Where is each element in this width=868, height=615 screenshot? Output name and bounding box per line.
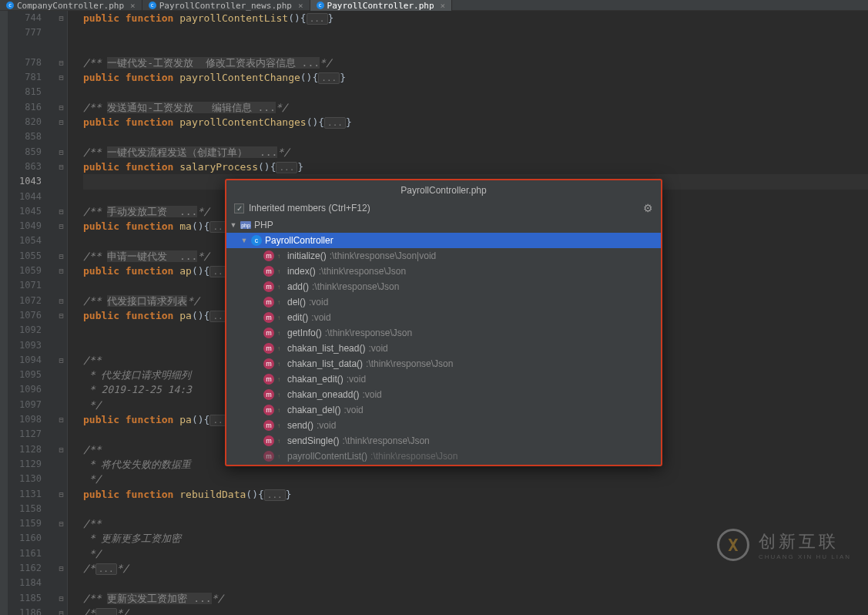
code-line[interactable]: /** 更新实发工资加密 ...*/ bbox=[83, 591, 868, 606]
method-icon: m bbox=[263, 328, 274, 338]
tab-company[interactable]: c CompanyController.php × bbox=[0, 0, 142, 11]
method-icon: m bbox=[263, 312, 274, 323]
override-icon: ↑ bbox=[277, 438, 284, 445]
code-line[interactable]: public function payrollContentList(){...… bbox=[83, 11, 868, 25]
code-line[interactable]: */ bbox=[83, 546, 868, 561]
structure-member[interactable]: m↑payrollContentList():\think\response\J… bbox=[226, 449, 661, 464]
member-name: add() bbox=[287, 281, 309, 292]
method-icon: m bbox=[263, 405, 274, 415]
structure-member[interactable]: m↑chakan_edit():void bbox=[226, 371, 661, 387]
method-icon: m bbox=[263, 374, 274, 385]
member-type: :\think\response\Json bbox=[319, 266, 406, 277]
member-name: index() bbox=[287, 266, 316, 277]
structure-member[interactable]: m↑chakan_list_data():\think\response\Jso… bbox=[226, 356, 661, 371]
code-line[interactable]: /*...*/ bbox=[83, 606, 868, 615]
method-icon: m bbox=[263, 420, 274, 431]
close-icon[interactable]: × bbox=[298, 1, 303, 11]
code-line[interactable]: * 更新更多工资加密 bbox=[83, 531, 868, 546]
close-icon[interactable]: × bbox=[130, 1, 136, 11]
method-icon: m bbox=[263, 281, 274, 292]
structure-member[interactable]: m↑del():void bbox=[226, 294, 661, 310]
code-line[interactable] bbox=[83, 85, 868, 99]
expand-arrow-icon[interactable]: ▼ bbox=[230, 221, 237, 229]
tree-node-label: PayrollController bbox=[265, 235, 333, 246]
tree-node-php[interactable]: ▼ php PHP bbox=[226, 217, 661, 233]
structure-member[interactable]: m↑sendSingle():\think\response\Json bbox=[226, 433, 661, 449]
structure-tree: ▼ php PHP ▼ c PayrollController m↑initia… bbox=[226, 217, 661, 465]
code-line[interactable] bbox=[83, 41, 868, 55]
left-gutter-bar bbox=[0, 11, 8, 615]
override-icon: ↑ bbox=[277, 330, 284, 337]
override-icon: ↑ bbox=[277, 345, 284, 352]
code-line[interactable] bbox=[83, 576, 868, 590]
override-icon: ↑ bbox=[277, 299, 284, 306]
member-type: :void bbox=[309, 297, 328, 308]
code-line[interactable]: public function salaryProcess(){...} bbox=[83, 160, 868, 174]
member-type: :void bbox=[317, 420, 336, 431]
fold-column: ⊟⊟⊟⊟⊟⊟⊟⊟⊟⊟⊟⊟⊟⊟⊟⊟⊟⊟⊟⊟⊟ bbox=[55, 11, 68, 615]
tab-label: PayrollController.php bbox=[327, 1, 434, 11]
structure-member[interactable]: m↑getInfo():\think\response\Json bbox=[226, 325, 661, 341]
structure-member[interactable]: m↑chakan_del():void bbox=[226, 402, 661, 418]
code-line[interactable]: public function rebuildData(){...} bbox=[83, 487, 868, 502]
member-name: sendSingle() bbox=[287, 435, 339, 446]
structure-popup: PayrollController.php ✓ Inherited member… bbox=[225, 179, 662, 466]
method-icon: m bbox=[263, 358, 274, 369]
tab-payroll[interactable]: c PayrollController.php × bbox=[310, 0, 453, 11]
override-icon: ↑ bbox=[277, 453, 284, 460]
override-icon: ↑ bbox=[277, 314, 284, 321]
structure-member[interactable]: m↑chakan_list_head():void bbox=[226, 341, 661, 356]
code-line[interactable]: /** 发送通知-工资发放 编辑信息 ...*/ bbox=[83, 100, 868, 115]
member-type: :\think\response\Json|void bbox=[330, 250, 437, 261]
code-line[interactable] bbox=[83, 129, 868, 144]
structure-member[interactable]: m↑chakan_oneadd():void bbox=[226, 387, 661, 402]
member-name: del() bbox=[287, 297, 306, 308]
structure-member[interactable]: m↑add():\think\response\Json bbox=[226, 279, 661, 294]
popup-toolbar: ✓ Inherited members (Ctrl+F12) ⚙ bbox=[226, 199, 661, 217]
method-icon: m bbox=[263, 389, 274, 400]
code-line[interactable]: */ bbox=[83, 472, 868, 486]
expand-arrow-icon[interactable]: ▼ bbox=[240, 237, 248, 244]
member-type: :void bbox=[311, 312, 330, 323]
checkbox-icon: ✓ bbox=[234, 203, 244, 213]
member-type: :\think\response\Json bbox=[312, 281, 399, 292]
method-icon: m bbox=[263, 451, 274, 462]
override-icon: ↑ bbox=[277, 392, 284, 398]
member-name: initialize() bbox=[287, 250, 327, 261]
code-line[interactable]: /** 一键代发流程发送（创建订单） ...*/ bbox=[83, 145, 868, 160]
structure-member[interactable]: m↑initialize():\think\response\Json|void bbox=[226, 248, 661, 264]
member-name: chakan_list_head() bbox=[287, 343, 365, 354]
close-icon[interactable]: × bbox=[441, 1, 446, 11]
member-type: :\think\response\Json bbox=[370, 451, 457, 462]
tab-label: PayrollController_news.php bbox=[159, 1, 292, 11]
tree-node-class[interactable]: ▼ c PayrollController bbox=[226, 233, 661, 248]
tab-payroll-news[interactable]: c PayrollController_news.php × bbox=[142, 0, 310, 11]
method-icon: m bbox=[263, 435, 274, 446]
code-line[interactable] bbox=[83, 502, 868, 516]
code-line[interactable]: /** 一键代发-工资发放 修改工资表内容信息 ...*/ bbox=[83, 55, 868, 70]
override-icon: ↑ bbox=[277, 407, 284, 414]
editor-tabs: c CompanyController.php × c PayrollContr… bbox=[0, 0, 868, 11]
member-name: send() bbox=[287, 420, 313, 431]
code-line[interactable] bbox=[83, 25, 868, 40]
structure-member[interactable]: m↑send():void bbox=[226, 418, 661, 433]
code-line[interactable]: public function payrollContentChanges(){… bbox=[83, 115, 868, 129]
code-line[interactable]: /*...*/ bbox=[83, 561, 868, 576]
override-icon: ↑ bbox=[277, 422, 284, 429]
method-icon: m bbox=[263, 250, 274, 261]
php-class-icon: c bbox=[149, 2, 156, 9]
member-name: chakan_list_data() bbox=[287, 358, 363, 369]
member-name: chakan_del() bbox=[287, 405, 340, 415]
inherited-members-checkbox[interactable]: ✓ Inherited members (Ctrl+F12) bbox=[234, 203, 370, 213]
gear-icon[interactable]: ⚙ bbox=[643, 202, 653, 214]
structure-member[interactable]: m↑index():\think\response\Json bbox=[226, 264, 661, 279]
code-line[interactable]: /** bbox=[83, 516, 868, 531]
member-type: :\think\response\Json bbox=[366, 358, 453, 369]
structure-member[interactable]: m↑edit():void bbox=[226, 310, 661, 325]
code-line[interactable]: public function payrollContentChange(){.… bbox=[83, 70, 868, 85]
method-icon: m bbox=[263, 343, 274, 354]
checkbox-label: Inherited members (Ctrl+F12) bbox=[249, 203, 370, 213]
member-type: :\think\response\Json bbox=[342, 435, 429, 446]
tree-node-label: PHP bbox=[254, 220, 273, 230]
member-type: :void bbox=[362, 389, 381, 400]
